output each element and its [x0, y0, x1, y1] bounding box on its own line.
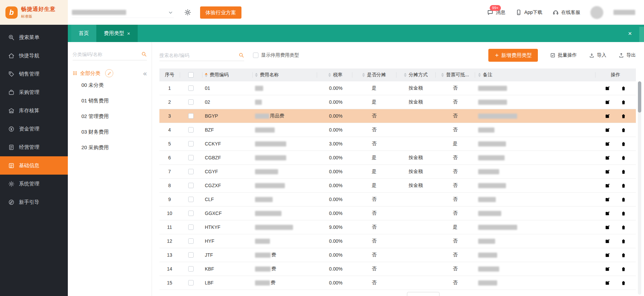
row-checkbox[interactable] [180, 137, 202, 151]
table-row[interactable]: 9CLF0.00%否否 [159, 193, 636, 206]
table-row[interactable]: 6CGBZF0.00%是按金额否 [159, 151, 636, 165]
trash-icon[interactable] [621, 113, 626, 119]
trash-icon[interactable] [621, 141, 626, 147]
col-header-remark[interactable]: 备注 [475, 68, 595, 81]
collapse-panel-icon[interactable]: « [143, 70, 147, 77]
vertical-scrollbar[interactable] [638, 81, 641, 295]
edit-icon[interactable] [605, 113, 610, 119]
sort-icon[interactable] [478, 73, 481, 77]
sort-icon[interactable] [362, 73, 365, 77]
tab-overflow-button[interactable] [639, 27, 644, 42]
sidebar-item-sales[interactable]: 销售管理 [0, 65, 68, 83]
close-tab-icon[interactable]: × [127, 31, 130, 36]
online-support-button[interactable]: 在线客服 [552, 9, 580, 16]
checkbox-icon[interactable] [188, 72, 194, 78]
show-disabled-checkbox[interactable]: 显示停用费用类型 [253, 52, 299, 58]
sort-icon[interactable] [328, 73, 331, 77]
category-item[interactable]: 00 未分类 [73, 77, 147, 93]
col-header-name[interactable]: 费用名称 [252, 68, 317, 81]
edit-icon[interactable] [605, 155, 610, 161]
table-row[interactable]: 7CGYF0.00%是按金额否 [159, 165, 636, 179]
category-item[interactable]: 20 采购费用 [73, 140, 147, 155]
sidebar-item-funds[interactable]: 资金管理 [0, 120, 68, 138]
scrollbar-thumb[interactable] [638, 81, 641, 113]
col-header-code[interactable]: 费用编码 [202, 68, 252, 81]
edit-icon[interactable] [605, 266, 610, 272]
row-checkbox[interactable] [180, 109, 202, 123]
table-row[interactable]: 8CGZXF0.00%是按金额否 [159, 179, 636, 193]
tab-home[interactable]: 首页 [71, 25, 96, 42]
table-row[interactable]: 11HTKYF9.00%否是 [159, 220, 636, 234]
trash-icon[interactable] [621, 224, 626, 230]
table-row[interactable]: 3BGYP用品费0.00%否否 [159, 109, 636, 123]
messages-button[interactable]: 99+ 消息 [487, 9, 505, 16]
table-row[interactable]: 1010.00%是按金额否 [159, 81, 636, 95]
edit-icon[interactable] [605, 211, 610, 216]
edit-category-icon[interactable] [105, 69, 113, 77]
table-row[interactable]: 14KBF费0.00%否否 [159, 262, 636, 276]
sidebar-item-search-menu[interactable]: 搜索菜单 [0, 28, 68, 46]
category-search-input[interactable] [73, 52, 141, 57]
edit-icon[interactable] [605, 183, 610, 189]
trash-icon[interactable] [621, 252, 626, 258]
pagination-control[interactable] [407, 292, 440, 296]
table-row[interactable]: 10GGXCF0.00%否否 [159, 206, 636, 220]
table-row[interactable]: 15LBF费0.00%否否 [159, 276, 636, 290]
sidebar-item-base-info[interactable]: 基础信息 [0, 156, 68, 175]
row-checkbox[interactable] [180, 193, 202, 206]
trash-icon[interactable] [621, 183, 626, 189]
select-all-checkbox[interactable] [180, 68, 202, 81]
trash-icon[interactable] [621, 197, 626, 202]
edit-icon[interactable] [605, 85, 610, 91]
row-checkbox[interactable] [180, 151, 202, 164]
trash-icon[interactable] [621, 211, 626, 216]
table-row[interactable]: 4BZF0.00%否否 [159, 123, 636, 137]
sidebar-item-purchase[interactable]: 采购管理 [0, 83, 68, 101]
add-expense-type-button[interactable]: 新增费用类型 [488, 49, 538, 62]
col-header-tax[interactable]: 税率 [317, 68, 352, 81]
sort-icon[interactable] [255, 73, 258, 77]
edit-icon[interactable] [605, 141, 610, 147]
col-header-method[interactable]: 分摊方式 [396, 68, 435, 81]
sidebar-item-system[interactable]: 系统管理 [0, 175, 68, 193]
trash-icon[interactable] [621, 155, 626, 161]
tab-expense-type[interactable]: 费用类型× [96, 25, 138, 42]
batch-actions-button[interactable]: 批量操作 [550, 52, 577, 58]
app-download-button[interactable]: App下载 [515, 9, 542, 16]
trash-icon[interactable] [621, 280, 626, 286]
edit-icon[interactable] [605, 99, 610, 105]
row-checkbox[interactable] [180, 276, 202, 290]
category-item[interactable]: 03 财务费用 [73, 124, 147, 140]
trash-icon[interactable] [621, 238, 626, 244]
category-item[interactable]: 02 管理费用 [73, 108, 147, 124]
export-button[interactable]: 导出 [619, 52, 636, 58]
edit-icon[interactable] [605, 197, 610, 202]
table-row[interactable]: 2020.00%是按金额否 [159, 95, 636, 109]
row-checkbox[interactable] [180, 206, 202, 220]
row-checkbox[interactable] [180, 95, 202, 109]
edit-icon[interactable] [605, 224, 610, 230]
col-header-deduct[interactable]: 普票可抵... [435, 68, 475, 81]
all-categories-link[interactable]: 全部分类 [80, 70, 100, 77]
row-checkbox[interactable] [180, 179, 202, 192]
sort-icon[interactable] [441, 73, 444, 77]
search-icon[interactable] [238, 52, 244, 58]
trash-icon[interactable] [621, 85, 626, 91]
row-checkbox[interactable] [180, 234, 202, 248]
settings-gear-icon[interactable] [184, 9, 191, 16]
edit-icon[interactable] [605, 127, 610, 133]
table-row[interactable]: 13JTF费0.00%否否 [159, 248, 636, 262]
sidebar-item-quick-nav[interactable]: 快捷导航 [0, 46, 68, 65]
edit-icon[interactable] [605, 169, 610, 175]
trash-icon[interactable] [621, 169, 626, 175]
table-row[interactable]: 5CCKYF3.00%否是 [159, 137, 636, 151]
sidebar-item-operations[interactable]: 经营管理 [0, 138, 68, 156]
edit-icon[interactable] [605, 280, 610, 286]
col-header-share[interactable]: 是否分摊 [352, 68, 396, 81]
experience-plan-button[interactable]: 体验行业方案 [200, 6, 241, 19]
row-checkbox[interactable] [180, 248, 202, 262]
row-checkbox[interactable] [180, 81, 202, 95]
org-selector-dropdown[interactable] [72, 7, 174, 18]
sidebar-item-inventory[interactable]: 库存核算 [0, 101, 68, 120]
import-button[interactable]: 导入 [589, 52, 606, 58]
